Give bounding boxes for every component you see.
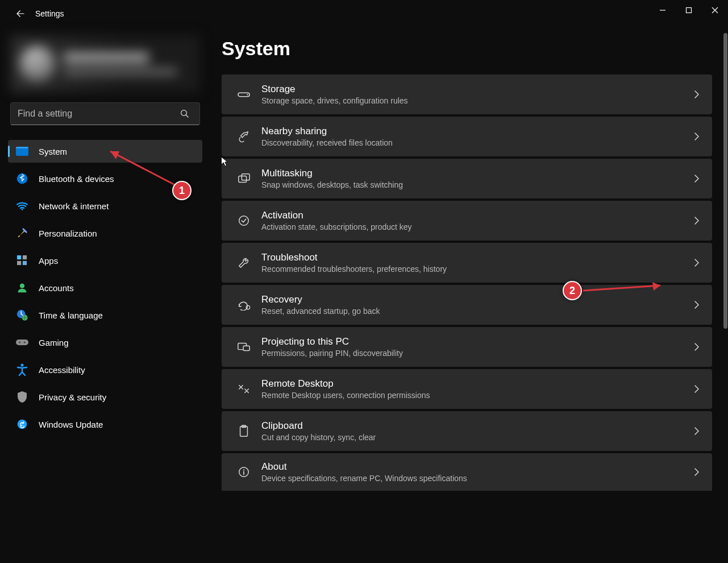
svg-point-8 xyxy=(20,284,24,288)
sidebar-item-label: Network & internet xyxy=(39,201,109,211)
svg-point-20 xyxy=(239,216,249,226)
sidebar-item-privacy[interactable]: Privacy & security xyxy=(8,386,202,408)
sidebar-item-bluetooth[interactable]: Bluetooth & devices xyxy=(8,167,202,190)
multitask-icon xyxy=(234,173,253,184)
back-arrow-icon xyxy=(15,9,26,19)
tile-troubleshoot[interactable]: Troubleshoot Recommended troubleshooters… xyxy=(222,243,712,283)
tile-title: Storage xyxy=(261,83,694,95)
close-button[interactable] xyxy=(702,0,728,20)
tile-title: About xyxy=(261,461,694,473)
sidebar-item-apps[interactable]: Apps xyxy=(8,249,202,272)
tile-subtitle: Recommended troubleshooters, preferences… xyxy=(261,264,694,274)
svg-rect-5 xyxy=(23,255,27,259)
tile-clipboard[interactable]: Clipboard Cut and copy history, sync, cl… xyxy=(222,411,712,451)
svg-point-17 xyxy=(247,94,248,95)
search-input[interactable] xyxy=(18,109,173,119)
check-circle-icon xyxy=(234,214,253,227)
close-icon xyxy=(712,7,718,14)
sidebar-item-label: Personalization xyxy=(39,229,97,238)
svg-rect-18 xyxy=(239,176,247,182)
chevron-right-icon xyxy=(694,467,700,477)
wrench-icon xyxy=(234,256,253,269)
tile-title: Troubleshoot xyxy=(261,251,694,263)
tile-title: Projecting to this PC xyxy=(261,336,694,347)
sidebar-item-accessibility[interactable]: Accessibility xyxy=(8,358,202,381)
sidebar-item-accounts[interactable]: Accounts xyxy=(8,276,202,299)
sidebar-item-label: Accessibility xyxy=(39,365,85,375)
apps-icon xyxy=(16,254,28,267)
svg-point-21 xyxy=(246,305,249,309)
svg-point-3 xyxy=(22,209,23,210)
tile-nearby-sharing[interactable]: Nearby sharing Discoverability, received… xyxy=(222,117,712,156)
clipboard-icon xyxy=(234,425,253,437)
tile-title: Clipboard xyxy=(261,420,694,432)
tile-activation[interactable]: Activation Activation state, subscriptio… xyxy=(222,201,712,241)
user-profile[interactable] xyxy=(10,35,200,92)
vertical-scrollbar[interactable] xyxy=(723,27,727,561)
tile-subtitle: Permissions, pairing PIN, discoverabilit… xyxy=(261,348,694,358)
sidebar-item-update[interactable]: Windows Update xyxy=(8,413,202,436)
sidebar-item-system[interactable]: System xyxy=(8,140,202,163)
chevron-right-icon xyxy=(694,384,700,394)
person-icon xyxy=(16,282,28,294)
minimize-button[interactable] xyxy=(650,0,676,20)
svg-point-12 xyxy=(19,341,20,343)
settings-tile-list: Storage Storage space, drives, configura… xyxy=(222,74,712,491)
chevron-right-icon xyxy=(694,216,700,225)
tile-subtitle: Reset, advanced startup, go back xyxy=(261,306,694,316)
tile-multitasking[interactable]: Multitasking Snap windows, desktops, tas… xyxy=(222,159,712,198)
paintbrush-icon xyxy=(16,227,28,239)
svg-point-13 xyxy=(24,341,26,343)
tile-recovery[interactable]: Recovery Reset, advanced startup, go bac… xyxy=(222,285,712,325)
sidebar-item-label: Apps xyxy=(39,256,58,266)
sidebar-item-gaming[interactable]: Gaming xyxy=(8,331,202,354)
sidebar-item-personalization[interactable]: Personalization xyxy=(8,222,202,245)
accessibility-icon xyxy=(16,363,28,376)
search-icon xyxy=(180,109,190,119)
clock-globe-icon xyxy=(16,309,28,321)
remote-icon xyxy=(234,383,253,395)
tile-remote-desktop[interactable]: Remote Desktop Remote Desktop users, con… xyxy=(222,369,712,409)
sidebar-item-label: System xyxy=(39,147,67,156)
maximize-icon xyxy=(685,7,692,14)
update-icon xyxy=(16,418,28,430)
sidebar-item-label: Windows Update xyxy=(39,420,103,429)
back-button[interactable] xyxy=(9,2,32,25)
search-button[interactable] xyxy=(173,102,196,125)
shield-icon xyxy=(16,391,28,403)
tile-about[interactable]: About Device specifications, rename PC, … xyxy=(222,453,712,491)
svg-rect-19 xyxy=(242,174,249,180)
tile-subtitle: Remote Desktop users, connection permiss… xyxy=(261,390,694,400)
sidebar-item-label: Time & language xyxy=(39,311,103,320)
info-icon xyxy=(234,466,253,478)
minimize-icon xyxy=(659,7,666,14)
bluetooth-icon xyxy=(16,172,28,185)
recovery-icon xyxy=(234,299,253,311)
wifi-icon xyxy=(16,200,28,212)
sidebar-item-label: Gaming xyxy=(39,338,69,347)
scrollbar-thumb[interactable] xyxy=(723,33,727,329)
tile-storage[interactable]: Storage Storage space, drives, configura… xyxy=(222,74,712,114)
tile-title: Multitasking xyxy=(261,167,694,179)
tile-subtitle: Activation state, subscriptions, product… xyxy=(261,222,694,232)
search-box[interactable] xyxy=(10,102,200,125)
tile-subtitle: Device specifications, rename PC, Window… xyxy=(261,473,694,483)
svg-rect-7 xyxy=(23,261,27,265)
title-bar: Settings xyxy=(0,0,728,27)
tile-subtitle: Cut and copy history, sync, clear xyxy=(261,432,694,442)
nav-list: System Bluetooth & devices Network & int… xyxy=(8,140,202,436)
profile-text xyxy=(64,52,191,75)
tile-projecting[interactable]: Projecting to this PC Permissions, pairi… xyxy=(222,327,712,367)
main-panel: System Storage Storage space, drives, co… xyxy=(222,27,712,563)
tile-title: Recovery xyxy=(261,293,694,305)
sidebar-item-time[interactable]: Time & language xyxy=(8,304,202,326)
svg-rect-23 xyxy=(243,346,249,350)
svg-rect-24 xyxy=(240,427,248,436)
avatar xyxy=(19,45,56,82)
maximize-button[interactable] xyxy=(676,0,702,20)
sidebar-item-network[interactable]: Network & internet xyxy=(8,194,202,217)
chevron-right-icon xyxy=(694,132,700,141)
sidebar-item-label: Bluetooth & devices xyxy=(39,174,114,184)
storage-icon xyxy=(234,90,253,98)
svg-point-14 xyxy=(21,364,24,367)
